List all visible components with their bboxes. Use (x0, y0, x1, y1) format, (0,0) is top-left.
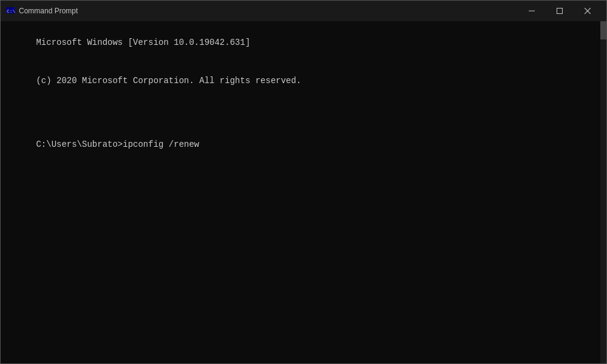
scrollbar-thumb[interactable] (600, 21, 606, 39)
cmd-icon: C:\ (5, 6, 15, 16)
svg-text:C:\: C:\ (7, 8, 15, 14)
scrollbar[interactable] (600, 21, 606, 363)
maximize-button[interactable] (546, 1, 574, 21)
titlebar: C:\ Command Prompt (1, 1, 606, 21)
console-body[interactable]: Microsoft Windows [Version 10.0.19042.63… (1, 21, 606, 363)
console-line-2: (c) 2020 Microsoft Corporation. All righ… (36, 76, 301, 86)
svg-rect-3 (529, 11, 535, 12)
window-title: Command Prompt (19, 7, 518, 15)
console-line-1: Microsoft Windows [Version 10.0.19042.63… (36, 38, 250, 47)
close-button[interactable] (574, 1, 602, 21)
window-controls (518, 1, 602, 21)
console-output: Microsoft Windows [Version 10.0.19042.63… (5, 24, 602, 189)
cmd-window: C:\ Command Prompt (0, 0, 607, 364)
svg-rect-4 (557, 8, 563, 14)
minimize-button[interactable] (518, 1, 546, 21)
console-line-4: C:\Users\Subrato>ipconfig /renew (36, 140, 199, 149)
